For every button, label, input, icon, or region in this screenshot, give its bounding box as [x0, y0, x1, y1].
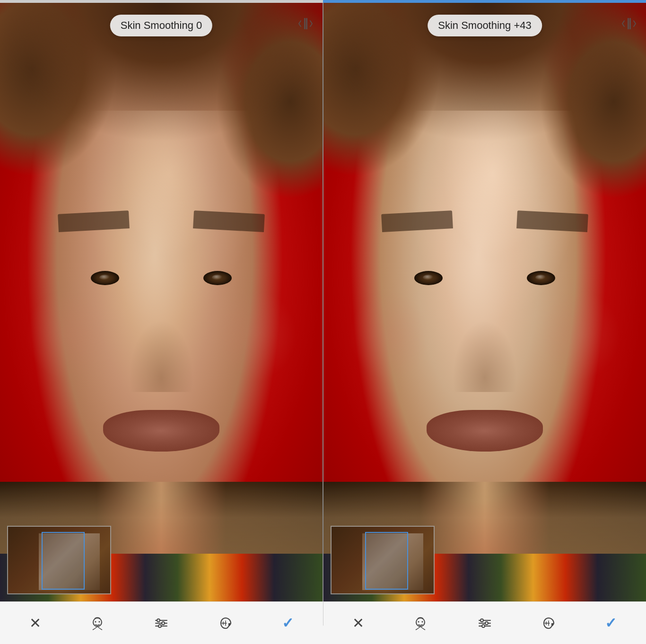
panel-divider — [323, 3, 323, 601]
right-toolbar: ✕ — [323, 602, 646, 644]
svg-point-17 — [418, 621, 419, 622]
right-thumbnail-inner — [332, 527, 434, 593]
right-cheek-r — [540, 290, 620, 380]
right-panel: Skin Smoothing +43 — [323, 3, 646, 601]
left-eyebrow-l — [58, 210, 130, 232]
left-sticker-button[interactable] — [212, 612, 239, 635]
svg-point-18 — [422, 621, 423, 622]
right-face-icon — [413, 616, 428, 631]
right-label-text: Skin Smoothing +43 — [438, 19, 532, 31]
left-label-pill: Skin Smoothing 0 — [110, 15, 212, 36]
left-close-icon: ✕ — [29, 616, 41, 630]
svg-rect-3 — [629, 18, 631, 29]
right-thumbnail-rect — [365, 532, 408, 589]
bottom-toolbars: ✕ — [0, 601, 646, 644]
right-close-button[interactable]: ✕ — [347, 612, 370, 634]
left-adjust-button[interactable] — [148, 612, 175, 635]
right-adjust-icon — [477, 616, 492, 631]
svg-point-24 — [482, 625, 485, 627]
svg-rect-2 — [628, 18, 629, 29]
left-thumbnail-rect — [42, 532, 85, 589]
svg-point-11 — [162, 622, 165, 625]
right-check-icon: ✓ — [605, 616, 617, 630]
left-eyebrow-r — [193, 210, 265, 232]
left-panel: Skin Smoothing 0 — [0, 3, 323, 601]
svg-point-23 — [485, 622, 488, 625]
right-sticker-icon — [541, 616, 556, 631]
right-eyebrow-r — [516, 210, 588, 232]
left-check-button[interactable]: ✓ — [276, 612, 299, 634]
left-cheek-r — [216, 290, 297, 380]
left-thumbnail — [7, 526, 111, 594]
right-sticker-button[interactable] — [535, 612, 562, 635]
right-check-button[interactable]: ✓ — [599, 612, 622, 634]
svg-rect-1 — [306, 18, 307, 29]
main-content: Skin Smoothing 0 — [0, 3, 646, 601]
right-nose — [453, 320, 517, 392]
right-compare-icon[interactable] — [621, 16, 637, 35]
right-close-icon: ✕ — [352, 616, 364, 630]
left-thumbnail-inner — [8, 527, 110, 593]
left-lips — [103, 410, 219, 452]
left-check-icon: ✓ — [282, 616, 294, 630]
right-face-button[interactable] — [407, 612, 434, 635]
right-eyebrow-l — [381, 210, 453, 232]
left-face-icon — [90, 616, 105, 631]
right-adjust-button[interactable] — [471, 612, 498, 635]
right-eye-l — [414, 271, 443, 285]
left-sticker-icon — [218, 616, 233, 631]
right-lips — [427, 410, 543, 452]
left-nose — [129, 320, 193, 392]
right-cheek-l — [349, 290, 430, 380]
svg-rect-0 — [304, 18, 306, 29]
svg-point-12 — [158, 625, 161, 627]
right-label-pill: Skin Smoothing +43 — [428, 15, 542, 36]
left-face-area — [0, 3, 323, 601]
left-face-button[interactable] — [84, 612, 111, 635]
left-close-button[interactable]: ✕ — [24, 612, 47, 634]
right-eye-r — [527, 271, 555, 285]
svg-point-6 — [98, 621, 100, 622]
left-eye-r — [203, 271, 232, 285]
svg-point-5 — [95, 621, 96, 622]
left-compare-icon[interactable] — [298, 16, 313, 35]
left-toolbar: ✕ — [0, 602, 323, 644]
left-adjust-icon — [154, 616, 169, 631]
right-face-area — [323, 3, 646, 601]
svg-point-10 — [157, 619, 160, 622]
right-thumbnail — [331, 526, 435, 594]
left-eye-l — [91, 271, 119, 285]
svg-point-22 — [480, 619, 483, 622]
left-cheek-l — [26, 290, 107, 380]
left-label-text: Skin Smoothing 0 — [121, 19, 202, 31]
